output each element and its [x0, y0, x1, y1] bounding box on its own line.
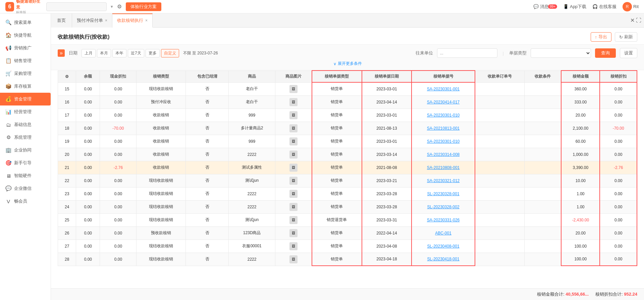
date-range-display: 不限 至 2023-07-26 — [183, 50, 218, 56]
row-no: 27 — [58, 240, 76, 253]
row-doc-no[interactable]: SA-20230414-017 — [412, 95, 475, 109]
last-month-btn[interactable]: 上月 — [82, 49, 96, 57]
row-doc-no[interactable]: SA-20230331-026 — [412, 213, 475, 226]
logo-icon: 6 — [5, 2, 14, 11]
th-settings[interactable]: ⚙ — [58, 71, 76, 82]
sidebar-item-basic[interactable]: 🗂基础信息 — [0, 118, 51, 131]
sidebar-item-operation[interactable]: 📊经营管理 — [0, 105, 51, 118]
refresh-btn[interactable]: ↻ 刷新 — [615, 32, 637, 42]
table-body: 15 0.00 0.00 现结收款核销 否 老白干 🖼 销货单 2023-03-… — [58, 82, 637, 266]
tab-item-2[interactable]: 收款核销执行× — [112, 13, 153, 28]
tab-bar-actions: ✕ ⛶ — [630, 17, 644, 24]
filter-collapse-btn[interactable]: » — [58, 49, 65, 57]
this-year-btn[interactable]: 本年 — [112, 49, 126, 57]
row-doc-no[interactable]: SL-20230328-002 — [412, 200, 475, 213]
user-avatar: R — [623, 2, 632, 11]
sidebar-item-guide[interactable]: 🎯新手引导 — [0, 157, 51, 169]
app-download-btn[interactable]: 📱 App下载 — [563, 4, 586, 10]
row-no: 20 — [58, 148, 76, 161]
maximize-btn[interactable]: ⛶ — [636, 17, 641, 24]
row-doc-no[interactable]: SA-20210813-001 — [412, 122, 475, 135]
sidebar-item-system[interactable]: ⚙系统管理 — [0, 131, 51, 144]
last-7-days-btn[interactable]: 近7天 — [128, 49, 144, 57]
row-balance: 0.00 — [76, 226, 100, 240]
sidebar-label-inventory: 库存核算 — [14, 83, 32, 89]
th-cash-discount: 现金折扣 — [100, 71, 137, 82]
from-unit-input[interactable] — [437, 48, 497, 58]
row-order-no — [475, 95, 525, 109]
query-btn[interactable]: 查询 — [595, 48, 616, 58]
user-menu[interactable]: R Rit — [623, 2, 639, 11]
row-doc-date: 2023-04-18 — [362, 253, 412, 266]
row-doc-no[interactable]: SA-20230314-008 — [412, 148, 475, 161]
logo: 6 畅捷通谱好生意 标推版 — [5, 0, 42, 15]
this-month-btn[interactable]: 本月 — [97, 49, 111, 57]
row-amount: -2,430.00 — [561, 213, 600, 226]
row-doc-type: 销货单 — [312, 148, 362, 161]
sidebar-item-marketing[interactable]: 📢营销推广 — [0, 42, 51, 54]
row-doc-type: 销货单 — [312, 187, 362, 200]
sidebar-item-enterprise[interactable]: 🏢企业协同 — [0, 144, 51, 157]
filter-row-1: » 日期 上月 本月 本年 近7天 更多 自定义 不限 至 2023-07-26 — [58, 48, 637, 58]
table-row: 27 0.00 0.00 现结收款核销 否 衣服00001 🖼 销货单 2023… — [58, 240, 637, 253]
th-doc-no: 核销单据号 — [412, 71, 475, 82]
guide-icon: 🎯 — [5, 160, 11, 166]
sidebar-item-wechat[interactable]: 💬企业微信 — [0, 182, 51, 195]
row-doc-no[interactable]: SA-20230301-010 — [412, 135, 475, 148]
sidebar-item-search[interactable]: 🔍搜索菜单 — [0, 16, 51, 29]
row-goods: 999 — [229, 109, 275, 122]
row-doc-no[interactable]: SL-20230418-001 — [412, 253, 475, 266]
row-settled: 否 — [186, 213, 229, 226]
tab-home[interactable]: 首页 — [51, 13, 72, 28]
export-btn[interactable]: ↑ 导出 — [591, 32, 612, 42]
sidebar-item-inventory[interactable]: 📦库存核算 — [0, 80, 51, 93]
custom-date-btn[interactable]: 自定义 — [161, 49, 179, 57]
row-doc-no[interactable]: SA-20230301-001 — [412, 82, 475, 95]
sidebar-item-nav[interactable]: 🏠快捷导航 — [0, 29, 51, 42]
tab-close-1[interactable]: × — [105, 18, 107, 23]
row-order-no — [475, 200, 525, 213]
row-cash-discount: 0.00 — [100, 226, 137, 240]
row-doc-no[interactable]: ABC-001 — [412, 226, 475, 240]
industry-btn[interactable]: 体验行业方案 — [126, 2, 161, 11]
row-cash-discount: 0.00 — [100, 95, 137, 109]
row-payment-cond — [525, 135, 561, 148]
row-doc-no[interactable]: SL-20230328-001 — [412, 187, 475, 200]
row-order-no — [475, 253, 525, 266]
sidebar-item-purchase[interactable]: 🛒采购管理 — [0, 67, 51, 80]
row-no: 28 — [58, 253, 76, 266]
settings-icon[interactable]: ⚙ — [117, 3, 122, 10]
message-btn[interactable]: 💬 消息 99+ — [533, 4, 557, 10]
doc-type-select[interactable] — [531, 48, 591, 58]
row-balance: 0.00 — [76, 213, 100, 226]
row-order-no — [475, 161, 525, 174]
tab-item-1[interactable]: 预付冲应付单× — [72, 13, 112, 28]
tab-close-2[interactable]: × — [145, 18, 148, 23]
row-discount-amt: 0.00 — [600, 226, 637, 240]
row-doc-no[interactable]: SA-20210808-001 — [412, 161, 475, 174]
row-doc-no[interactable]: SA-20230321-012 — [412, 174, 475, 187]
row-doc-no[interactable]: SL-20230408-001 — [412, 240, 475, 253]
close-window-btn[interactable]: ✕ — [630, 17, 635, 24]
row-doc-date: 2023-03-14 — [362, 148, 412, 161]
filter-settings-btn[interactable]: 设置 — [620, 48, 637, 58]
row-goods: 测试jun — [229, 213, 275, 226]
row-goods: 测试多属性 — [229, 161, 275, 174]
row-doc-type: 销货单 — [312, 226, 362, 240]
row-payment-cond — [525, 82, 561, 95]
row-settled: 否 — [186, 226, 229, 240]
sidebar-item-hardware[interactable]: 🖥智能硬件 — [0, 169, 51, 182]
search-chevron-icon[interactable]: ▾ — [111, 4, 113, 9]
row-settled: 否 — [186, 122, 229, 135]
top-search-box[interactable] — [46, 2, 107, 11]
sidebar-item-capital[interactable]: 💰资金管理 — [0, 93, 51, 105]
online-service-btn[interactable]: 🎧 在线客服 — [592, 4, 616, 10]
row-doc-no[interactable]: SA-20230301-010 — [412, 109, 475, 122]
sidebar-item-member[interactable]: V畅会员 — [0, 195, 51, 208]
more-date-btn[interactable]: 更多 — [146, 49, 160, 57]
sidebar-label-wechat: 企业微信 — [14, 185, 32, 191]
sidebar-item-sales[interactable]: 📋销售管理 — [0, 54, 51, 67]
row-amount: 20.00 — [561, 109, 600, 122]
expand-more-btn[interactable]: ∨ 展开更多条件 — [333, 61, 362, 67]
table-head: ⚙ 余额 现金折扣 核销类型 包含已结清 商品 商品图片 核销单据类型 核销单据… — [58, 71, 637, 82]
